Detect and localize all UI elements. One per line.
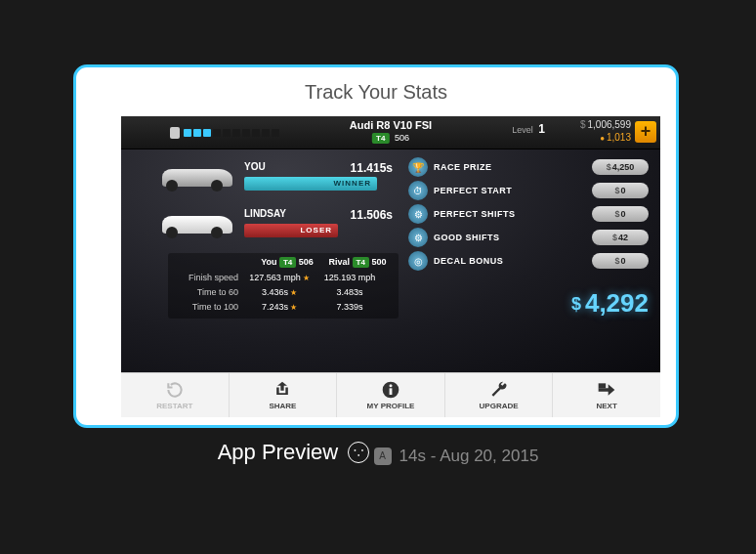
stats-label: Finish speed xyxy=(174,271,244,285)
fuel-segment xyxy=(242,129,250,137)
restart-button[interactable]: RESTART xyxy=(121,373,230,417)
my-profile-button[interactable]: MY PROFILE xyxy=(337,373,445,417)
more-button[interactable]: ● ● ● xyxy=(348,442,369,463)
car-image-you xyxy=(162,169,232,187)
stats-label: Time to 60 xyxy=(174,285,244,300)
fuel-segment xyxy=(213,129,221,137)
stats-row: Time to 1007.243s7.339s xyxy=(174,300,393,315)
action-bar: RESTART SHARE MY PROFILE UPGRADE NEXT xyxy=(121,372,660,417)
svg-rect-3 xyxy=(599,383,607,388)
prize-icon: ◎ xyxy=(408,251,428,271)
next-button[interactable]: NEXT xyxy=(553,373,660,417)
fuel-icon xyxy=(170,127,180,139)
racer-time-you: 11.415s xyxy=(351,161,393,175)
app-preview-frame: Track Your Stats Audi R8 V10 FSI T4 506 … xyxy=(73,64,679,428)
stats-table: You T4 506 Rival T4 500 Finish speed127.… xyxy=(168,253,399,319)
next-arrow-icon xyxy=(596,380,617,400)
caption-subtitle: 14s - Aug 20, 2015 xyxy=(399,447,539,466)
prize-icon: ⚙ xyxy=(408,228,428,247)
total-prize: $4,292 xyxy=(408,288,649,319)
prize-value: 4,250 xyxy=(592,159,649,175)
stats-you-value: 7.243s xyxy=(244,300,315,315)
preview-title: Track Your Stats xyxy=(76,67,676,113)
wrench-icon xyxy=(488,380,510,400)
prize-label: RACE PRIZE xyxy=(434,162,592,172)
game-main: YOU 11.415s WINNER LINDSAY 11.506s LOSER… xyxy=(121,149,660,372)
fuel-segment xyxy=(193,129,201,137)
racer-name-rival: LINDSAY xyxy=(244,208,286,219)
fuel-segment xyxy=(223,129,231,137)
caption-title: App Preview xyxy=(218,440,339,465)
car-image-rival xyxy=(162,216,232,234)
stats-rival-value: 3.483s xyxy=(315,285,385,300)
fuel-gauge xyxy=(170,127,279,139)
cash-amount: 1,006,599 xyxy=(580,118,631,131)
appstore-icon: A xyxy=(374,447,392,465)
stats-rival-value: 125.193 mph xyxy=(315,271,385,285)
racer-name-you: YOU xyxy=(244,161,266,172)
prize-row: ⚙GOOD SHIFTS42 xyxy=(408,226,649,249)
racer-time-rival: 11.506s xyxy=(351,208,393,222)
results-panel: YOU 11.415s WINNER LINDSAY 11.506s LOSER… xyxy=(121,149,402,372)
prize-row: ◎DECAL BONUS0 xyxy=(408,249,649,273)
car-name: Audi R8 V10 FSI xyxy=(350,119,432,131)
prize-row: 🏆RACE PRIZE4,250 xyxy=(408,155,649,179)
stats-you-value: 127.563 mph xyxy=(244,271,315,285)
prize-value: 0 xyxy=(592,183,649,198)
prize-row: ⚙PERFECT SHIFTS0 xyxy=(408,202,649,226)
racer-you: YOU 11.415s WINNER xyxy=(168,155,399,200)
svg-point-1 xyxy=(389,384,392,387)
prize-value: 0 xyxy=(592,206,649,222)
game-topbar: Audi R8 V10 FSI T4 506 Level 1 1,006,599… xyxy=(121,116,660,149)
svg-rect-2 xyxy=(390,388,393,395)
winner-badge: WINNER xyxy=(244,177,377,191)
share-button[interactable]: SHARE xyxy=(230,373,338,417)
game-screen: Audi R8 V10 FSI T4 506 Level 1 1,006,599… xyxy=(121,116,660,417)
info-icon xyxy=(380,380,401,400)
prize-value: 0 xyxy=(592,253,649,269)
tier-badge: T4 xyxy=(372,133,389,144)
prize-icon: ⏱ xyxy=(408,181,428,200)
fuel-segment xyxy=(272,129,279,137)
restart-icon xyxy=(164,380,186,400)
stats-row: Time to 603.436s3.483s xyxy=(174,285,393,300)
fuel-segment xyxy=(262,129,270,137)
stats-row: Finish speed127.563 mph125.193 mph xyxy=(174,271,393,285)
racer-rival: LINDSAY 11.506s LOSER xyxy=(168,202,399,247)
preview-caption: App Preview ● ● ● A 14s - Aug 20, 2015 xyxy=(0,440,756,466)
stats-rival-value: 7.339s xyxy=(315,300,385,315)
level-indicator: Level 1 xyxy=(512,122,545,136)
prize-label: PERFECT START xyxy=(434,186,592,195)
tier-value: 506 xyxy=(395,133,409,143)
prize-label: GOOD SHIFTS xyxy=(434,233,592,242)
fuel-segment xyxy=(203,129,211,137)
fuel-segment xyxy=(184,129,191,137)
prize-icon: 🏆 xyxy=(408,157,428,177)
stats-you-value: 3.436s xyxy=(244,285,315,300)
prize-label: PERFECT SHIFTS xyxy=(434,209,592,219)
car-name-block: Audi R8 V10 FSI T4 506 xyxy=(350,119,432,144)
prize-label: DECAL BONUS xyxy=(434,256,592,266)
fuel-segment xyxy=(232,129,240,137)
share-icon xyxy=(272,380,293,400)
prize-icon: ⚙ xyxy=(408,204,428,224)
fuel-segment xyxy=(252,129,260,137)
prize-row: ⏱PERFECT START0 xyxy=(408,179,649,202)
currency-block: 1,006,599 1,013 xyxy=(580,118,631,145)
loser-badge: LOSER xyxy=(244,224,338,237)
add-currency-button[interactable]: + xyxy=(635,121,656,143)
upgrade-button[interactable]: UPGRADE xyxy=(445,373,554,417)
prize-value: 42 xyxy=(592,230,649,245)
gold-amount: 1,013 xyxy=(580,131,631,145)
stats-label: Time to 100 xyxy=(174,300,244,315)
prizes-panel: 🏆RACE PRIZE4,250⏱PERFECT START0⚙PERFECT … xyxy=(402,149,660,372)
